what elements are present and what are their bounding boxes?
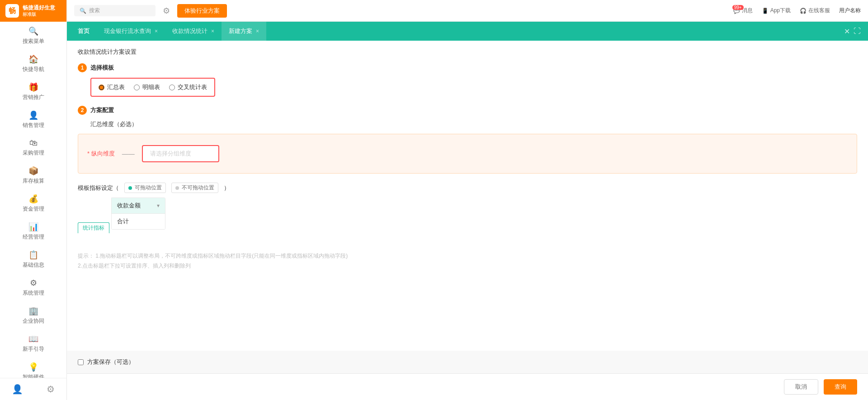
content-area: 收款情况统计方案设置 1 选择模板 汇总表 明细表: [67, 41, 868, 400]
sidebar-item-operation[interactable]: 📊 经营管理: [0, 217, 66, 245]
sidebar: 畅 畅捷通好生意 标准版 🔍 搜索菜单 🏠 快捷导航 🎁 营销推广 👤 销售管理…: [0, 0, 67, 400]
vertical-dim-label: 纵向维度: [87, 150, 115, 158]
sidebar-item-label: 销售管理: [23, 122, 44, 129]
service-btn[interactable]: 🎧 在线客服: [800, 7, 830, 14]
dim-select-box[interactable]: 请选择分组维度: [142, 145, 219, 162]
section1-number: 1: [78, 63, 87, 72]
tab-label: 首页: [78, 27, 90, 35]
save-option-label[interactable]: 方案保存（可选）: [87, 358, 134, 366]
topbar-search[interactable]: 🔍 搜索: [74, 5, 156, 16]
tab-label: 现金银行流水查询: [104, 27, 151, 35]
sidebar-item-label: 基础信息: [23, 261, 44, 269]
radio-detail[interactable]: 明细表: [134, 83, 160, 91]
inventory-icon: 📦: [28, 166, 38, 176]
template-options-box: 汇总表 明细表 交叉统计表: [90, 78, 215, 97]
message-btn[interactable]: 💬 99+ 消息: [733, 7, 753, 14]
tab-label: 收款情况统计: [172, 27, 208, 35]
sales-icon: 👤: [28, 110, 38, 120]
service-icon: 🎧: [800, 8, 807, 14]
tips-section: 提示： 1.拖动标题栏可以调整布局，不可跨维度或指标区域拖动栏目字段(只能在同一…: [78, 247, 857, 275]
radio-cross[interactable]: 交叉统计表: [169, 83, 207, 91]
radio-detail-label[interactable]: 明细表: [142, 83, 160, 91]
dimension-area: 纵向维度 —— 请选择分组维度: [78, 134, 857, 174]
sidebar-item-system[interactable]: ⚙ 系统管理: [0, 273, 66, 301]
tab-new-plan[interactable]: 新建方案 ×: [222, 22, 266, 41]
stat-section-label: 统计指标: [78, 222, 109, 233]
tabbar-actions: ✕ ⛶: [844, 27, 864, 36]
sidebar-item-label: 采购管理: [23, 149, 44, 157]
no-drag-tag: 不可拖动位置: [171, 183, 218, 193]
sidebar-item-label: 资金管理: [23, 205, 44, 213]
trial-button[interactable]: 体验行业方案: [177, 4, 227, 18]
sidebar-item-search-menu[interactable]: 🔍 搜索菜单: [0, 22, 66, 50]
indicator-label-row: 模板指标设定（ 可拖动位置 不可拖动位置 ）: [78, 183, 857, 193]
radio-cross-input[interactable]: [169, 85, 175, 90]
dim-arrow-icon: ——: [122, 150, 135, 157]
radio-summary-input[interactable]: [99, 85, 104, 90]
download-btn[interactable]: 📱 App下载: [762, 7, 791, 14]
sidebar-user-btn[interactable]: 👤: [8, 382, 27, 396]
sidebar-item-basic[interactable]: 📋 基础信息: [0, 245, 66, 273]
main-area: 🔍 搜索 ⚙ 体验行业方案 💬 99+ 消息 📱 App下载 🎧 在线客服 用户…: [67, 0, 868, 400]
save-checkbox[interactable]: [78, 359, 84, 365]
sidebar-item-guide[interactable]: 📖 新手引导: [0, 329, 66, 358]
bottom-bar: 取消 查询: [67, 373, 868, 400]
tab-home[interactable]: 首页: [71, 22, 97, 41]
sidebar-item-label: 搜索菜单: [23, 38, 44, 45]
sidebar-item-enterprise[interactable]: 🏢 企业协同: [0, 301, 66, 329]
summary-dim-label: 汇总维度（必选）: [90, 120, 857, 128]
operation-icon: 📊: [28, 222, 38, 232]
tabbar: 首页 现金银行流水查询 × 收款情况统计 × 新建方案 × ✕ ⛶: [67, 22, 868, 41]
sidebar-item-finance[interactable]: 💰 资金管理: [0, 189, 66, 217]
radio-detail-input[interactable]: [134, 85, 140, 90]
tab-collection-stat[interactable]: 收款情况统计 ×: [165, 22, 222, 41]
sidebar-nav: 🔍 搜索菜单 🏠 快捷导航 🎁 营销推广 👤 销售管理 🛍 采购管理 📦 库存核…: [0, 22, 66, 378]
quick-nav-icon: 🏠: [28, 54, 38, 64]
indicator-closing: ）: [224, 184, 230, 192]
cancel-button[interactable]: 取消: [784, 379, 818, 395]
sidebar-item-inventory[interactable]: 📦 库存核算: [0, 161, 66, 189]
no-drag-dot-icon: [175, 186, 179, 190]
sidebar-item-label: 库存核算: [23, 177, 44, 185]
sidebar-item-sales[interactable]: 👤 销售管理: [0, 106, 66, 134]
sidebar-item-purchase[interactable]: 🛍 采购管理: [0, 134, 66, 161]
service-label: 在线客服: [808, 7, 830, 14]
tab-expand-icon[interactable]: ⛶: [854, 27, 861, 35]
radio-cross-label[interactable]: 交叉统计表: [178, 83, 207, 91]
sidebar-item-quick-nav[interactable]: 🏠 快捷导航: [0, 50, 66, 78]
sidebar-settings-btn[interactable]: ⚙: [43, 382, 58, 396]
tab-bank-flow[interactable]: 现金银行流水查询 ×: [97, 22, 165, 41]
purchase-icon: 🛍: [29, 138, 38, 148]
tab-close-icon[interactable]: ×: [256, 28, 259, 34]
sidebar-bottom: 👤 ⚙: [0, 378, 66, 400]
tab-close-icon[interactable]: ×: [211, 28, 214, 34]
tips-line1: 提示： 1.拖动标题栏可以调整布局，不可跨维度或指标区域拖动栏目字段(只能在同一…: [78, 251, 857, 261]
chevron-down-icon[interactable]: ▾: [157, 202, 160, 209]
page-title: 收款情况统计方案设置: [78, 48, 857, 56]
section1-title: 选择模板: [90, 64, 114, 72]
tab-close-icon[interactable]: ×: [155, 28, 158, 34]
sidebar-item-hardware[interactable]: 💡 智能硬件: [0, 358, 66, 378]
sidebar-item-label: 新手引导: [23, 345, 44, 353]
tips-line2: 2.点击标题栏下拉可设置排序、插入列和删除列: [78, 261, 857, 271]
sidebar-item-label: 企业协同: [23, 317, 44, 325]
stat-table: 收款金额 ▾ 合计: [111, 198, 165, 230]
tab-close-all-icon[interactable]: ✕: [844, 27, 850, 36]
sidebar-item-label: 经营管理: [23, 233, 44, 241]
query-button[interactable]: 查询: [824, 379, 857, 395]
sidebar-item-marketing[interactable]: 🎁 营销推广: [0, 78, 66, 106]
logo-icon: 畅: [5, 4, 19, 18]
drag-label: 可拖动位置: [135, 184, 162, 192]
search-placeholder-text: 搜索: [89, 7, 100, 14]
section2-number: 2: [78, 106, 87, 115]
stat-table-header[interactable]: 收款金额 ▾: [112, 198, 165, 214]
radio-summary[interactable]: 汇总表: [99, 83, 125, 91]
sidebar-logo: 畅 畅捷通好生意 标准版: [0, 0, 66, 22]
section-template: 1 选择模板 汇总表 明细表 交叉统计表: [78, 63, 857, 97]
radio-summary-label[interactable]: 汇总表: [107, 83, 125, 91]
collection-amount-label: 收款金额: [117, 202, 141, 210]
gear-icon[interactable]: ⚙: [163, 6, 170, 16]
sidebar-item-label: 智能硬件: [23, 373, 44, 378]
logo-version: 标准版: [23, 11, 55, 18]
search-icon: 🔍: [80, 8, 86, 14]
